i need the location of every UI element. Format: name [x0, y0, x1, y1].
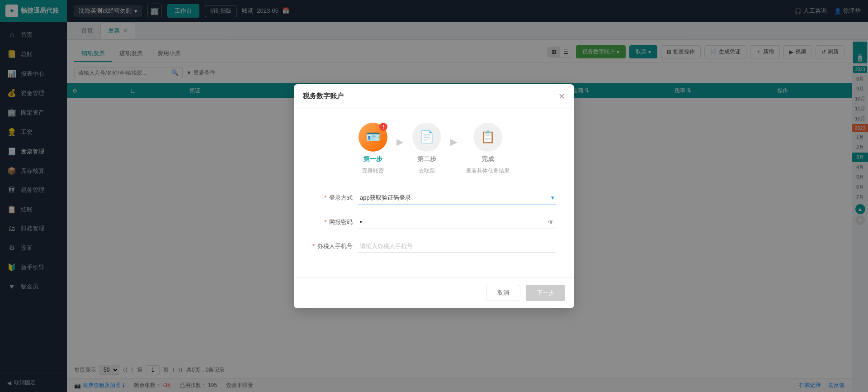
step-1: 🪪 ! 第一步 完善账密 — [359, 123, 387, 175]
step-2-icon: 📄 — [412, 123, 441, 152]
step-2-sublabel: 去取票 — [419, 167, 435, 175]
tax-digital-modal: 税务数字账户 ✕ 🪪 ! 第一步 完善账密 ▶ — [294, 84, 574, 308]
password-input-wrap: 👁 — [358, 216, 556, 229]
phone-input[interactable] — [358, 240, 556, 253]
next-button[interactable]: 下一步 — [526, 285, 565, 301]
modal-footer: 取消 下一步 — [294, 277, 574, 308]
step-3-sublabel: 查看具体任务结果 — [466, 167, 509, 175]
modal-title: 税务数字账户 — [303, 92, 344, 100]
modal-overlay[interactable]: 税务数字账户 ✕ 🪪 ! 第一步 完善账密 ▶ — [0, 0, 868, 392]
step-3-label: 完成 — [481, 155, 494, 163]
step-2: 📄 第二步 去取票 — [412, 123, 441, 175]
phone-label-wrap: * 办税人手机号 — [312, 242, 353, 250]
modal-body: 🪪 ! 第一步 完善账密 ▶ 📄 第二步 去取票 ▶ — [294, 109, 574, 277]
phone-field: * 办税人手机号 — [312, 240, 556, 253]
eye-icon[interactable]: 👁 — [548, 219, 554, 226]
step-3: 📋 完成 查看具体任务结果 — [466, 123, 509, 175]
login-method-label-wrap: * 登录方式 — [312, 194, 353, 202]
steps-indicator: 🪪 ! 第一步 完善账密 ▶ 📄 第二步 去取票 ▶ — [312, 123, 556, 175]
password-label-wrap: * 网报密码 — [312, 218, 353, 226]
step-arrow-2: ▶ — [450, 136, 457, 147]
step-arrow-1: ▶ — [396, 136, 403, 147]
step-2-label: 第二步 — [417, 155, 436, 163]
step-1-sublabel: 完善账密 — [362, 167, 384, 175]
password-input[interactable] — [360, 219, 548, 225]
document-icon: 📄 — [420, 130, 434, 144]
modal-close-button[interactable]: ✕ — [558, 91, 565, 101]
id-card-icon: 🪪 — [366, 130, 380, 144]
login-method-select[interactable]: app获取验证码登录 ▾ — [358, 191, 556, 205]
select-dropdown-icon: ▾ — [551, 194, 554, 201]
step-1-label: 第一步 — [363, 155, 382, 163]
password-field: * 网报密码 👁 — [312, 216, 556, 229]
step-3-icon: 📋 — [473, 123, 502, 152]
login-method-field: * 登录方式 app获取验证码登录 ▾ — [312, 191, 556, 205]
modal-header: 税务数字账户 ✕ — [294, 84, 574, 109]
clipboard-icon: 📋 — [481, 130, 495, 144]
cancel-button[interactable]: 取消 — [486, 285, 520, 301]
step-error-badge: ! — [379, 123, 387, 131]
step-1-icon: 🪪 ! — [359, 123, 387, 152]
